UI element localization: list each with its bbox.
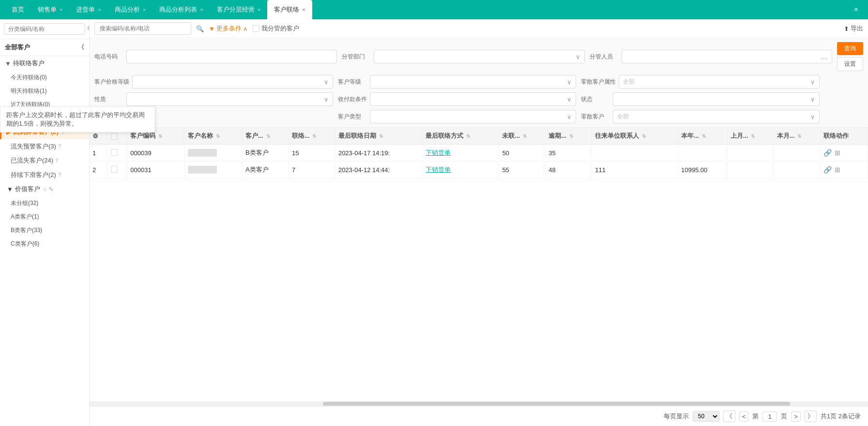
sidebar-item-class-b[interactable]: B类客户(33) [0,223,89,237]
sidebar-item-tomorrow[interactable]: 明天待联络(1) [0,84,89,98]
value-customers-arrow: ▼ [7,186,13,193]
sidebar-item-today[interactable]: 今天待联络(0) [0,71,89,84]
row2-checkbox[interactable] [107,162,127,178]
method-sort-icon[interactable]: ⇅ [466,133,470,139]
nature-dropdown[interactable]: ∨ [126,92,333,106]
sidebar-item-churned[interactable]: 已流失客户(24) ? [0,153,89,168]
close-product-analysis-tab[interactable]: × [143,7,146,13]
col-action: 联络动作 [820,128,868,145]
sidebar-item-class-a[interactable]: A类客户(1) [0,210,89,223]
row2-grid-icon[interactable]: ⊞ [835,166,840,174]
row2-unlinked: 55 [499,162,546,178]
row2-link-icon[interactable]: 🔗 [823,166,832,174]
col-overdue: 逾期... ⇅ [546,128,592,145]
date-sort-icon[interactable]: ⇅ [379,133,383,139]
export-icon: ⬆ [844,25,849,32]
search-input[interactable] [94,22,191,35]
status-chevron-icon: ∨ [810,96,815,103]
scrollbar-thumb[interactable] [323,402,790,406]
person-sort-icon[interactable]: ⇅ [642,133,646,139]
sidebar-search-area: 🔍 [0,19,89,39]
sidebar-value-customers-header[interactable]: ▼ 价值客户 ○ ✎ [0,182,89,196]
sidebar-item-churn-warning[interactable]: 流失预警客户(3) ? [0,139,89,154]
my-customers-checkbox[interactable] [253,25,259,32]
payment-dropdown[interactable]: ∨ [370,92,577,106]
nav-sales[interactable]: 销售单 × [31,0,69,19]
churn-warning-info-icon[interactable]: ? [58,142,61,150]
first-page-button[interactable]: 《 [723,411,735,422]
horizontal-scrollbar[interactable] [90,401,868,406]
sidebar-collapse-button[interactable]: 《 [78,43,84,52]
name-sort-icon[interactable]: ⇅ [216,133,220,139]
nav-product-analysis-list[interactable]: 商品分析列表 × [152,0,210,19]
filter-row-3: 性质 ∨ 收付款条件 ∨ 状态 [94,92,863,106]
person-input[interactable]: … [622,50,832,63]
close-sales-tab[interactable]: × [60,7,62,13]
code-sort-icon[interactable]: ⇅ [158,133,162,139]
close-window-button[interactable]: × [849,5,863,14]
col-last-contact-method: 最后联络方式 ⇅ [423,128,499,145]
declining-info-icon[interactable]: ? [58,171,61,179]
nav-customer-contact[interactable]: 客户联络 × [267,0,312,19]
filter-row-4: … 客户类型 ∨ 零散客户 全部 ∨ [94,110,863,123]
sidebar-section-pending[interactable]: ▼ 待联络客户 [0,56,89,71]
churned-info-icon[interactable]: ? [55,157,58,165]
year-sort-icon[interactable]: ⇅ [702,133,706,139]
contact-sort-icon[interactable]: ⇅ [312,133,316,139]
customer-level-dropdown[interactable]: ∨ [370,75,577,88]
settings-button[interactable]: 设置 [837,57,863,71]
query-button[interactable]: 查询 [837,42,863,55]
current-page[interactable]: 1 [762,411,777,422]
unlinked-sort-icon[interactable]: ⇅ [523,133,527,139]
export-button[interactable]: ⬆ 导出 [844,24,863,33]
last-month-sort-icon[interactable]: ⇅ [751,133,755,139]
row1-link[interactable]: 下销货单 [426,149,451,156]
prev-page-button[interactable]: < [739,411,749,422]
nav-home[interactable]: 首页 [5,0,31,19]
data-table-container: ⚙ 客户编码 ⇅ 客户名称 ⇅ 客户... ⇅ 联络... ⇅ 最后联络日期 ⇅… [90,128,868,401]
my-customers-filter[interactable]: 我分管的客户 [253,24,299,33]
row2-link[interactable]: 下销货单 [426,166,451,173]
per-page-select[interactable]: 20 50 100 [693,411,719,422]
next-page-button[interactable]: > [791,411,801,422]
row2-person: 111 [592,162,678,178]
customer-type-dropdown[interactable]: ∨ [370,110,577,123]
filter-price-level: 客户价格等级 ∨ [94,75,333,88]
close-purchase-tab[interactable]: × [98,7,101,13]
nav-purchase[interactable]: 进货单 × [69,0,107,19]
last-page-button[interactable]: 》 [805,411,817,422]
sidebar-item-ungroup[interactable]: 未分组(32) [0,196,89,210]
col-last-contact-date: 最后联络日期 ⇅ [335,128,422,145]
sidebar-search-input[interactable] [4,23,85,35]
this-month-sort-icon[interactable]: ⇅ [797,133,801,139]
sidebar-item-declining[interactable]: 持续下滑客户(2) ? [0,168,89,182]
type-sort-icon[interactable]: ⇅ [266,133,270,139]
dept-dropdown[interactable]: ∨ [374,50,584,63]
col-customer-name: 客户名称 ⇅ [185,128,243,145]
phone-input[interactable] [126,50,337,63]
close-segment-tab[interactable]: × [258,7,260,13]
more-conditions-button[interactable]: ▼ 更多条件 ∧ [209,24,248,33]
value-customers-edit-icon[interactable]: ○ ✎ [43,186,54,193]
price-level-dropdown[interactable]: ∨ [132,75,333,88]
retail-attr-chevron-icon: ∨ [810,78,815,86]
filter-icon: ▼ [209,25,215,32]
row1-link-icon[interactable]: 🔗 [823,149,832,157]
status-dropdown[interactable]: ∨ [613,92,820,106]
nav-customer-segment[interactable]: 客户分层经营 × [210,0,267,19]
row1-grid-icon[interactable]: ⊞ [835,149,840,157]
retail-customer-dropdown[interactable]: 全部 ∨ [613,110,820,123]
close-contact-tab[interactable]: × [302,7,305,13]
person-dots-icon: … [820,52,828,61]
close-product-list-tab[interactable]: × [200,7,203,13]
retail-attr-dropdown[interactable]: 全部 ∨ [619,75,820,88]
advanced-filter: 电话号码 分管部门 ∨ 分管人员 … [90,38,868,128]
row2-last-method: 下销货单 [423,162,499,178]
overdue-sort-icon[interactable]: ⇅ [569,133,573,139]
sidebar-item-class-c[interactable]: C类客户(6) [0,237,89,250]
row1-checkbox[interactable] [107,145,127,162]
row2-contact: 7 [289,162,335,178]
row1-last-date: 2023-04-17 14:19: [335,145,422,162]
search-button[interactable]: 🔍 [196,25,204,32]
nav-product-analysis[interactable]: 商品分析 × [108,0,152,19]
